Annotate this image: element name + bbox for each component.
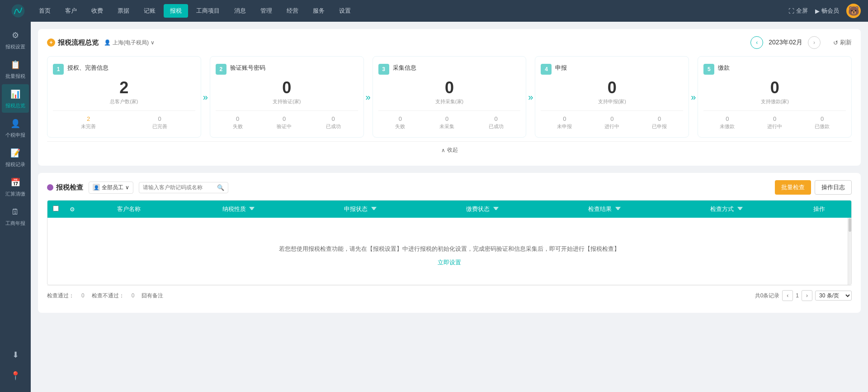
sidebar-item-personal-filing[interactable]: 👤 个税申报 (2, 114, 29, 142)
search-input[interactable] (143, 184, 215, 191)
step-badge: 2 (216, 64, 226, 75)
member-button[interactable]: ▶ 畅会员 (815, 7, 839, 15)
card-count: 0 (541, 78, 683, 97)
sidebar-item-download[interactable]: ⬇ (2, 345, 29, 365)
nav-item-记账[interactable]: 记账 (137, 4, 162, 18)
avatar[interactable]: 🐻 (846, 4, 861, 18)
stat-value: 0 (152, 115, 167, 122)
flow-card-step-3: 3 采集信息 0 支持采集(家) 0 失败 0 未采集 0 已成功 (373, 56, 527, 138)
payment-status-header: 缴费状态 (421, 201, 543, 218)
search-box: 🔍 (139, 182, 228, 193)
nav-item-票据[interactable]: 票据 (111, 4, 136, 18)
batch-check-button[interactable]: 批量检查 (775, 180, 811, 195)
action-buttons: 批量检查 操作日志 (775, 180, 852, 195)
filter-icon[interactable] (615, 207, 621, 212)
immediate-setup-link[interactable]: 立即设置 (438, 259, 461, 266)
stat-value: 0 (767, 115, 782, 122)
nav-item-设置[interactable]: 设置 (333, 4, 357, 18)
stat-label: 失败 (233, 123, 243, 130)
prev-page-button[interactable]: ‹ (782, 290, 793, 301)
settings-icon[interactable]: ⚙ (70, 206, 75, 213)
stat-item: 0 进行中 (604, 115, 619, 130)
sidebar-label-annual-report: 工商年报 (5, 220, 25, 227)
stat-label: 未申报 (557, 123, 572, 130)
card-subtitle: 支持缴款(家) (703, 98, 846, 105)
stat-label: 失败 (395, 123, 405, 130)
step-badge: 3 (378, 64, 389, 75)
location-icon: 📍 (9, 369, 22, 382)
stat-label: 已缴款 (815, 123, 830, 130)
card-stats: 0 未缴款 0 进行中 0 已缴款 (703, 110, 846, 130)
nav-item-客户[interactable]: 客户 (59, 4, 83, 18)
sidebar-item-location[interactable]: 📍 (2, 366, 29, 386)
flow-arrow-1: » (201, 56, 210, 138)
annual-report-icon: 🗓 (9, 206, 22, 218)
next-month-button[interactable]: › (808, 36, 821, 49)
sidebar-item-batch-tax[interactable]: 📋 批量报税 (2, 55, 29, 83)
filter-icon[interactable] (737, 207, 743, 212)
stat-label: 进行中 (767, 123, 782, 130)
stat-label: 进行中 (604, 123, 619, 130)
stat-label: 验证中 (277, 123, 292, 130)
nav-item-经营[interactable]: 经营 (280, 4, 305, 18)
location-tag[interactable]: 👤 上海(电子税局) ∨ (104, 39, 155, 47)
sidebar-item-settlement[interactable]: 📅 汇算清缴 (2, 172, 29, 201)
step-badge: 5 (703, 64, 714, 75)
filter-icon[interactable] (371, 207, 377, 212)
stat-label: 已成功 (489, 123, 504, 130)
pass-count[interactable]: 0 (81, 292, 85, 299)
sidebar-label-settlement: 汇算清缴 (5, 191, 25, 197)
operation-header: 操作 (788, 201, 851, 218)
sidebar-label-tax-records: 报税记录 (5, 161, 25, 168)
operation-log-button[interactable]: 操作日志 (815, 180, 852, 195)
stat-label: 已完善 (152, 123, 167, 130)
table-empty-message: 若您想使用报税检查功能，请先在【报税设置】中进行报税的初始化设置，完成密码验证和… (47, 218, 851, 285)
stat-item: 0 未申报 (557, 115, 572, 130)
filing-status-header: 申报状态 (299, 201, 421, 218)
staff-selector[interactable]: 👤 全部员工 ∨ (89, 182, 133, 194)
stat-value: 0 (815, 115, 830, 122)
nav-item-工商项目[interactable]: 工商项目 (190, 4, 226, 18)
refresh-button[interactable]: ↺ 刷新 (833, 38, 852, 47)
app-logo (7, 0, 29, 22)
checkbox-header (47, 201, 64, 218)
nav-item-首页[interactable]: 首页 (33, 4, 57, 18)
sidebar-item-tax-settings[interactable]: ⚙ 报税设置 (2, 25, 29, 54)
select-all-checkbox[interactable] (53, 206, 59, 211)
nav-item-管理[interactable]: 管理 (254, 4, 278, 18)
collapse-button[interactable]: ∧ 收起 (47, 141, 852, 158)
sidebar-item-tax-records[interactable]: 📝 报税记录 (2, 143, 29, 172)
nav-item-收费[interactable]: 收费 (85, 4, 109, 18)
top-navigation: 首页客户收费票据记账报税工商项目消息管理经营服务设置 ⛶ 全屏 ▶ 畅会员 🐻 (0, 0, 868, 22)
per-page-select[interactable]: 30 条/页 50 条/页 100 条/页 (815, 291, 852, 301)
card-subtitle: 总客户数(家) (53, 98, 195, 105)
flow-card-step-5: 5 缴款 0 支持缴款(家) 0 未缴款 0 进行中 0 已缴款 (698, 56, 852, 138)
nav-item-服务[interactable]: 服务 (307, 4, 331, 18)
sidebar-label-personal-filing: 个税申报 (5, 132, 25, 139)
nav-item-报税[interactable]: 报税 (164, 4, 188, 18)
tax-check-section: 报税检查 👤 全部员工 ∨ 🔍 批量检查 操作日志 (38, 173, 861, 313)
sidebar-label-tax-overview: 报税总览 (5, 102, 25, 109)
settings-header: ⚙ (64, 201, 80, 218)
prev-month-button[interactable]: ‹ (750, 36, 763, 49)
flow-card-step-4: 4 申报 0 支持申报(家) 0 未申报 0 进行中 0 已申报 (535, 56, 689, 138)
filter-icon[interactable] (493, 207, 499, 212)
filter-icon[interactable] (249, 207, 255, 212)
card-subtitle: 支持申报(家) (541, 98, 683, 105)
collapse-icon: ∧ (441, 147, 445, 153)
check-method-header: 检查方式 (665, 201, 788, 218)
card-subtitle: 支持验证(家) (216, 98, 358, 105)
fullscreen-button[interactable]: ⛶ 全屏 (788, 7, 808, 15)
tax-nature-header: 纳税性质 (177, 201, 299, 218)
step-badge: 1 (53, 64, 64, 75)
search-icon[interactable]: 🔍 (217, 184, 224, 191)
tax-check-title: 报税检查 (47, 183, 83, 192)
fail-count[interactable]: 0 (132, 292, 135, 299)
nav-item-消息[interactable]: 消息 (228, 4, 252, 18)
sidebar-item-annual-report[interactable]: 🗓 工商年报 (2, 202, 29, 230)
sidebar-item-tax-overview[interactable]: 📊 报税总览 (2, 84, 29, 113)
next-page-button[interactable]: › (802, 290, 812, 301)
overview-header: + 报税流程总览 👤 上海(电子税局) ∨ ‹ 2023年02月 › ↺ 刷新 (47, 36, 852, 49)
stat-item: 0 已缴款 (815, 115, 830, 130)
card-subtitle: 支持采集(家) (378, 98, 521, 105)
